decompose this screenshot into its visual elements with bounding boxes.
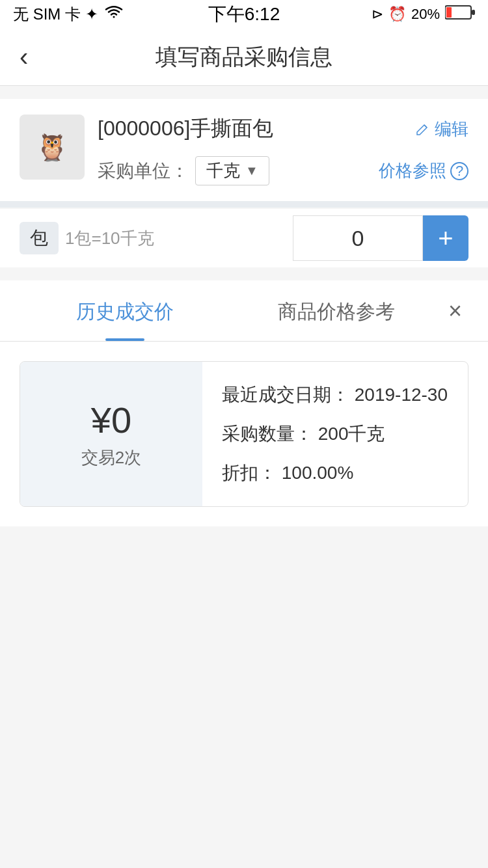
- tab-history-label: 历史成交价: [76, 301, 174, 322]
- date-label: 最近成交日期：: [222, 385, 349, 405]
- product-card: 🦉 [0000006]手撕面包 编辑 采购单位： 千克 ▼: [0, 99, 488, 201]
- tabs-header: 历史成交价 商品价格参考 ×: [0, 280, 488, 342]
- unit-value: 千克: [206, 159, 240, 182]
- product-unit-row: 采购单位： 千克 ▼ 价格参照 ?: [98, 156, 468, 185]
- quantity-label: 采购数量：: [222, 424, 313, 444]
- unit-selector[interactable]: 千克 ▼: [195, 156, 269, 185]
- product-image: 🦉: [20, 115, 85, 180]
- transaction-detail-discount: 折扣： 100.00%: [222, 459, 448, 487]
- status-right: ⊳ ⏰ 20%: [372, 5, 475, 24]
- alarm-icon: ⏰: [388, 6, 406, 23]
- status-left: 无 SIM 卡 ✦: [13, 4, 123, 25]
- battery-percent: 20%: [411, 6, 440, 23]
- transaction-price-panel: ¥0 交易2次: [20, 362, 202, 506]
- discount-value: 100.00%: [282, 463, 354, 483]
- product-thumbnail: 🦉: [36, 132, 68, 163]
- tab-product-price[interactable]: 商品价格参考: [230, 280, 441, 341]
- unit-label: 采购单位：: [98, 159, 189, 183]
- svg-rect-2: [472, 10, 475, 15]
- transaction-detail-quantity: 采购数量： 200千克: [222, 420, 448, 448]
- transaction-detail-date: 最近成交日期： 2019-12-30: [222, 381, 448, 409]
- price-reference-button[interactable]: 价格参照 ?: [379, 159, 468, 182]
- quantity-row: 包 1包=10千克 +: [20, 209, 468, 267]
- price-value: 0: [111, 400, 131, 441]
- transaction-section: ¥0 交易2次 最近成交日期： 2019-12-30 采购数量： 200千克 折…: [0, 342, 488, 526]
- product-title-row: [0000006]手撕面包 编辑: [98, 115, 468, 143]
- discount-label: 折扣：: [222, 463, 277, 483]
- tab-product-label: 商品价格参考: [278, 301, 395, 322]
- close-button[interactable]: ×: [442, 291, 468, 331]
- wifi-icon: [105, 5, 123, 23]
- transaction-card: ¥0 交易2次 最近成交日期： 2019-12-30 采购数量： 200千克 折…: [20, 361, 468, 507]
- quantity-section: 包 1包=10千克 +: [0, 209, 488, 267]
- tab-history-price[interactable]: 历史成交价: [20, 280, 230, 341]
- plus-icon: +: [438, 224, 453, 253]
- nav-bar: ‹ 填写商品采购信息: [0, 29, 488, 86]
- edit-button[interactable]: 编辑: [415, 118, 468, 141]
- sim-status: 无 SIM 卡 ✦: [13, 4, 98, 25]
- quantity-input-group: +: [293, 215, 468, 261]
- currency-symbol: ¥: [91, 400, 111, 441]
- transaction-price: ¥0: [91, 399, 131, 441]
- section-divider: [0, 201, 488, 208]
- transaction-details-panel: 最近成交日期： 2019-12-30 采购数量： 200千克 折扣： 100.0…: [202, 362, 468, 506]
- quantity-value: 200千克: [318, 424, 385, 444]
- status-bar: 无 SIM 卡 ✦ 下午6:12 ⊳ ⏰ 20%: [0, 0, 488, 29]
- page-title: 填写商品采购信息: [156, 42, 332, 72]
- product-full-name: [0000006]手撕面包: [98, 115, 273, 143]
- price-ref-label: 价格参照: [379, 159, 446, 182]
- svg-rect-1: [446, 7, 452, 18]
- edit-label: 编辑: [435, 118, 468, 141]
- main-content: 历史成交价 商品价格参考 × ¥0 交易2次 最近成交日期： 2019-: [0, 280, 488, 736]
- status-time: 下午6:12: [208, 2, 280, 27]
- tabs-section: 历史成交价 商品价格参考 × ¥0 交易2次 最近成交日期： 2019-: [0, 280, 488, 526]
- battery-icon: [445, 5, 475, 24]
- increment-button[interactable]: +: [423, 215, 468, 261]
- location-icon: ⊳: [372, 6, 383, 23]
- date-value: 2019-12-30: [355, 385, 448, 405]
- back-button[interactable]: ‹: [13, 36, 34, 78]
- transaction-count: 交易2次: [81, 446, 141, 469]
- unit-conversion: 1包=10千克: [65, 227, 154, 250]
- quantity-input[interactable]: [293, 215, 423, 261]
- product-header: 🦉 [0000006]手撕面包 编辑 采购单位： 千克 ▼: [20, 115, 468, 185]
- dropdown-arrow-icon: ▼: [245, 163, 258, 178]
- product-info: [0000006]手撕面包 编辑 采购单位： 千克 ▼: [98, 115, 468, 185]
- unit-info: 包 1包=10千克: [20, 222, 154, 254]
- unit-badge: 包: [20, 222, 59, 254]
- help-icon: ?: [450, 162, 468, 180]
